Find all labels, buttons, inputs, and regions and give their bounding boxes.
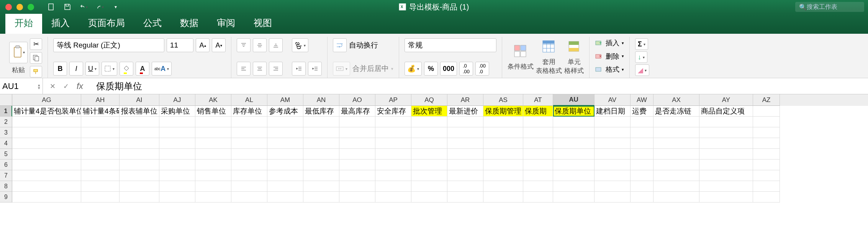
fill-button[interactable]: ↓ [635, 51, 647, 63]
col-header-AZ[interactable]: AZ [753, 94, 780, 106]
cell-AO5[interactable] [339, 149, 375, 160]
cell-reference-input[interactable] [2, 81, 29, 91]
save-icon[interactable] [63, 3, 72, 11]
currency-button[interactable]: 💰 [405, 62, 422, 76]
merge-button[interactable] [333, 62, 350, 76]
cell-AQ5[interactable] [411, 149, 447, 160]
phonetic-button[interactable]: abcA [152, 62, 172, 76]
cell-AM7[interactable] [267, 170, 303, 181]
cell-AJ8[interactable] [159, 181, 195, 192]
cell-AZ6[interactable] [753, 160, 780, 170]
cell-AK2[interactable] [195, 117, 231, 127]
cell-AJ6[interactable] [159, 160, 195, 170]
cell-AZ3[interactable] [753, 127, 780, 138]
cell-AY3[interactable] [699, 127, 753, 138]
cell-AX6[interactable] [653, 160, 699, 170]
cell-AO1[interactable]: 最高库存 [339, 106, 375, 117]
fill-color-button[interactable] [120, 62, 133, 76]
cell-AN3[interactable] [303, 127, 339, 138]
tab-home[interactable]: 开始 [5, 13, 42, 34]
col-header-AT[interactable]: AT [523, 94, 553, 106]
cell-AS5[interactable] [483, 149, 523, 160]
cell-AZ1[interactable] [753, 106, 780, 117]
cell-AG2[interactable] [12, 117, 81, 127]
col-header-AK[interactable]: AK [195, 94, 231, 106]
cell-AT9[interactable] [523, 192, 553, 202]
search-box[interactable]: 🔍 [795, 2, 864, 12]
align-right-button[interactable] [269, 62, 283, 76]
cell-AY1[interactable]: 商品自定义项 [699, 106, 753, 117]
col-header-AQ[interactable]: AQ [411, 94, 447, 106]
row-header-9[interactable]: 9 [0, 192, 12, 202]
cell-AR2[interactable] [447, 117, 483, 127]
cell-AG6[interactable] [12, 160, 81, 170]
new-icon[interactable] [47, 3, 56, 11]
autosum-button[interactable]: Σ [635, 38, 648, 50]
insert-cells-button[interactable]: + 插入▾ [595, 38, 624, 48]
col-header-AI[interactable]: AI [120, 94, 159, 106]
cell-AM8[interactable] [267, 181, 303, 192]
cell-AK9[interactable] [195, 192, 231, 202]
cell-AP2[interactable] [375, 117, 411, 127]
cell-AT6[interactable] [523, 160, 553, 170]
cell-AN1[interactable]: 最低库存 [303, 106, 339, 117]
cell-AN7[interactable] [303, 170, 339, 181]
row-header-5[interactable]: 5 [0, 149, 12, 160]
cell-AW6[interactable] [631, 160, 653, 170]
tab-formulas[interactable]: 公式 [134, 13, 171, 34]
cell-AN9[interactable] [303, 192, 339, 202]
cell-AX3[interactable] [653, 127, 699, 138]
cell-AU4[interactable] [553, 138, 594, 149]
col-header-AL[interactable]: AL [231, 94, 267, 106]
col-header-AP[interactable]: AP [375, 94, 411, 106]
align-bottom-button[interactable] [269, 38, 283, 52]
cell-AO9[interactable] [339, 192, 375, 202]
col-header-AU[interactable]: AU [553, 94, 594, 106]
cell-AT7[interactable] [523, 170, 553, 181]
cell-AH9[interactable] [81, 192, 120, 202]
formula-input[interactable] [95, 81, 868, 92]
align-top-button[interactable] [237, 38, 251, 52]
cell-AI7[interactable] [120, 170, 159, 181]
col-header-AH[interactable]: AH [81, 94, 120, 106]
cell-AU2[interactable] [553, 117, 594, 127]
cell-AL1[interactable]: 库存单位 [231, 106, 267, 117]
cell-AU5[interactable] [553, 149, 594, 160]
format-cells-button[interactable]: 格式▾ [595, 65, 624, 74]
enter-formula-button[interactable]: ✓ [63, 82, 69, 91]
cell-AM1[interactable]: 参考成本 [267, 106, 303, 117]
cell-AK7[interactable] [195, 170, 231, 181]
cell-AW9[interactable] [631, 192, 653, 202]
cell-AI9[interactable] [120, 192, 159, 202]
cell-AT2[interactable] [523, 117, 553, 127]
search-input[interactable] [807, 3, 853, 10]
cell-AN8[interactable] [303, 181, 339, 192]
cell-AZ8[interactable] [753, 181, 780, 192]
cell-AG5[interactable] [12, 149, 81, 160]
cell-AY7[interactable] [699, 170, 753, 181]
tab-review[interactable]: 审阅 [208, 13, 244, 34]
clear-button[interactable]: ◢ [635, 64, 649, 76]
cell-AI3[interactable] [120, 127, 159, 138]
cell-AO2[interactable] [339, 117, 375, 127]
cell-AH1[interactable]: 辅计量4条码 [81, 106, 120, 117]
cell-AX5[interactable] [653, 149, 699, 160]
cell-AY5[interactable] [699, 149, 753, 160]
cell-AK5[interactable] [195, 149, 231, 160]
cell-AL9[interactable] [231, 192, 267, 202]
qat-customize-icon[interactable]: ▾ [111, 3, 120, 11]
cell-AX8[interactable] [653, 181, 699, 192]
cell-AJ7[interactable] [159, 170, 195, 181]
cut-button[interactable]: ✂︎ [30, 38, 42, 50]
format-as-table-button[interactable]: 套用 表格格式 [536, 38, 562, 75]
cell-AR1[interactable]: 最新进价 [447, 106, 483, 117]
cell-AK8[interactable] [195, 181, 231, 192]
cell-AV1[interactable]: 建档日期 [594, 106, 631, 117]
undo-icon[interactable] [79, 3, 88, 11]
cell-AV6[interactable] [594, 160, 631, 170]
col-header-AV[interactable]: AV [594, 94, 631, 106]
cell-AL3[interactable] [231, 127, 267, 138]
cell-AN5[interactable] [303, 149, 339, 160]
cell-AP8[interactable] [375, 181, 411, 192]
increase-decimal-button[interactable]: .0.00 [459, 62, 473, 76]
